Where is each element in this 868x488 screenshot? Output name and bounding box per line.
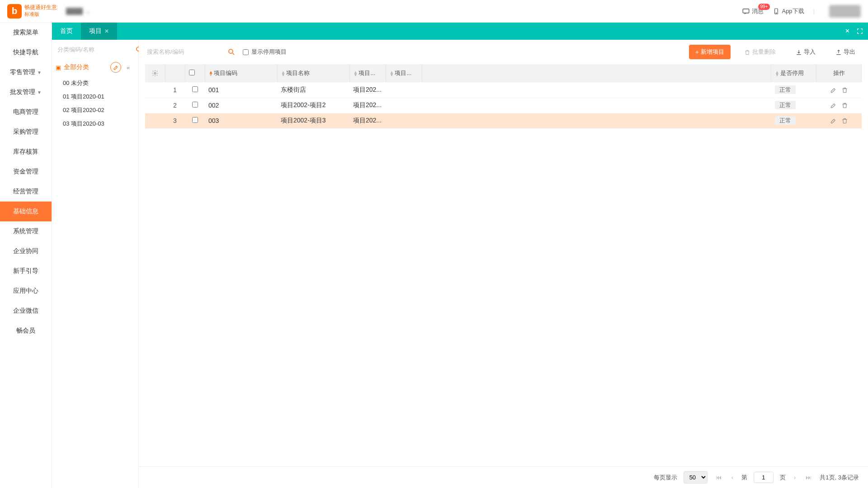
export-icon: [835, 48, 842, 56]
sidebar-item[interactable]: 畅会员: [0, 321, 52, 341]
status-badge: 正常: [775, 116, 796, 125]
tab-close-button[interactable]: ✕: [845, 28, 850, 35]
table-search-input[interactable]: [145, 47, 227, 57]
table-row[interactable]: 3 003 项目2002-项目3 项目202... 正常: [145, 113, 862, 128]
prev-page-button[interactable]: ‹: [730, 474, 735, 481]
page-size-select[interactable]: 50: [684, 471, 708, 483]
sidebar-item[interactable]: 系统管理: [0, 221, 52, 241]
row-checkbox[interactable]: [192, 117, 198, 123]
messages-button[interactable]: 消息 99+: [742, 7, 764, 15]
export-button[interactable]: 导出: [829, 45, 862, 59]
logo: b 畅捷通好生意 标准版: [7, 4, 57, 19]
tab-home[interactable]: 首页: [52, 23, 81, 40]
first-page-button[interactable]: ⏮: [714, 474, 723, 481]
category-search-input[interactable]: [56, 44, 135, 55]
fullscreen-icon[interactable]: [856, 28, 863, 35]
row-index: 3: [165, 113, 185, 128]
category-node[interactable]: 00 未分类: [56, 76, 135, 90]
sidebar-item[interactable]: 应用中心: [0, 281, 52, 301]
cell-code: 002: [205, 98, 277, 113]
sidebar-item[interactable]: 新手引导: [0, 261, 52, 281]
edit-row-button[interactable]: [830, 117, 837, 125]
svg-point-4: [229, 49, 233, 53]
sidebar-item-label: 经营管理: [13, 188, 38, 196]
category-all[interactable]: 全部分类: [64, 63, 89, 71]
col-path[interactable]: ▲▼项目...: [386, 64, 422, 82]
category-node[interactable]: 03 项目2020-03: [56, 117, 135, 131]
delete-row-button[interactable]: [841, 102, 848, 109]
pagination-summary: 共1页, 3条记录: [820, 474, 859, 482]
search-icon[interactable]: [227, 48, 236, 56]
messages-badge: 99+: [758, 4, 770, 10]
plus-icon: +: [695, 48, 699, 56]
sidebar-item[interactable]: 搜索菜单: [0, 23, 52, 42]
show-disabled-checkbox[interactable]: 显示停用项目: [243, 48, 287, 56]
phone-icon: [773, 7, 780, 15]
col-code[interactable]: ▲▼项目编码: [205, 64, 277, 82]
row-checkbox[interactable]: [192, 86, 198, 92]
close-icon[interactable]: ✕: [104, 28, 109, 34]
sidebar-item[interactable]: 资金管理: [0, 162, 52, 182]
sidebar-item[interactable]: 批发管理▼: [0, 82, 52, 102]
add-project-button[interactable]: + 新增项目: [689, 45, 731, 59]
edit-category-button[interactable]: [110, 62, 121, 73]
col-name[interactable]: ▲▼项目名称: [277, 64, 349, 82]
sidebar-item[interactable]: 库存核算: [0, 142, 52, 162]
sidebar-item-label: 采购管理: [13, 128, 38, 136]
sidebar-item[interactable]: 快捷导航: [0, 42, 52, 62]
caret-icon: ▼: [37, 90, 42, 95]
user-avatar[interactable]: [829, 5, 861, 18]
svg-point-2: [776, 13, 777, 13]
left-sidebar: 搜索菜单快捷导航零售管理▼批发管理▼电商管理采购管理库存核算资金管理经营管理基础…: [0, 23, 52, 488]
sidebar-item[interactable]: 经营管理: [0, 182, 52, 202]
sidebar-item-label: 搜索菜单: [13, 28, 38, 37]
cell-cat: 项目202...: [349, 113, 386, 128]
sidebar-item[interactable]: 采购管理: [0, 122, 52, 142]
table-row[interactable]: 1 001 东楼街店 项目202... 正常: [145, 82, 862, 98]
batch-delete-button[interactable]: 批量删除: [738, 45, 782, 59]
toolbar: 显示停用项目 + 新增项目 批量删除: [139, 40, 868, 64]
checkbox-column[interactable]: [185, 64, 205, 82]
sidebar-item[interactable]: 企业协同: [0, 241, 52, 261]
cell-code: 001: [205, 82, 277, 98]
sidebar-item[interactable]: 企业微信: [0, 301, 52, 321]
cell-name: 东楼街店: [277, 82, 349, 98]
index-column: [165, 64, 185, 82]
status-badge: 正常: [775, 85, 796, 94]
sidebar-item[interactable]: 基础信息: [0, 202, 52, 221]
edit-row-button[interactable]: [830, 102, 837, 109]
cell-path: [386, 82, 422, 98]
page-input[interactable]: [754, 472, 774, 483]
app-download-button[interactable]: App下载: [773, 7, 804, 15]
delete-row-button[interactable]: [841, 117, 848, 125]
delete-row-button[interactable]: [841, 86, 848, 94]
table-row[interactable]: 2 002 项目2002-项目2 项目202... 正常: [145, 98, 862, 113]
col-cat[interactable]: ▲▼项目...: [349, 64, 386, 82]
top-header: b 畅捷通好生意 标准版 ████ ⌄ 消息 99+ App: [0, 0, 868, 23]
category-node[interactable]: 02 项目2020-02: [56, 103, 135, 117]
next-page-button[interactable]: ›: [792, 474, 797, 481]
category-node[interactable]: 01 项目2020-01: [56, 90, 135, 103]
collapse-left-icon[interactable]: «: [127, 64, 135, 71]
cell-status: 正常: [771, 98, 816, 113]
import-icon: [796, 48, 802, 56]
settings-column[interactable]: [145, 64, 165, 82]
sidebar-item[interactable]: 零售管理▼: [0, 62, 52, 82]
tab-bar: 首页 项目 ✕ ✕: [0, 23, 868, 40]
top-actions: 消息 99+ App下载 |: [742, 5, 861, 18]
sidebar-item[interactable]: 电商管理: [0, 102, 52, 122]
last-page-button[interactable]: ⏭: [804, 474, 813, 481]
cell-path: [386, 113, 422, 128]
project-table: ▲▼项目编码 ▲▼项目名称 ▲▼项目... ▲▼项目... ▲▼是否停用 操作 …: [145, 64, 862, 129]
row-checkbox[interactable]: [192, 102, 198, 108]
tab-project[interactable]: 项目 ✕: [81, 23, 117, 40]
content-area: 显示停用项目 + 新增项目 批量删除: [139, 40, 868, 488]
sidebar-item-label: 基础信息: [13, 207, 38, 216]
company-selector[interactable]: ████ ⌄: [66, 8, 90, 14]
import-button[interactable]: 导入: [789, 45, 822, 59]
sidebar-item-label: 企业协同: [13, 247, 38, 255]
edit-row-button[interactable]: [830, 86, 837, 94]
col-disabled[interactable]: ▲▼是否停用: [771, 64, 816, 82]
cell-status: 正常: [771, 82, 816, 98]
logo-icon: b: [7, 4, 22, 19]
